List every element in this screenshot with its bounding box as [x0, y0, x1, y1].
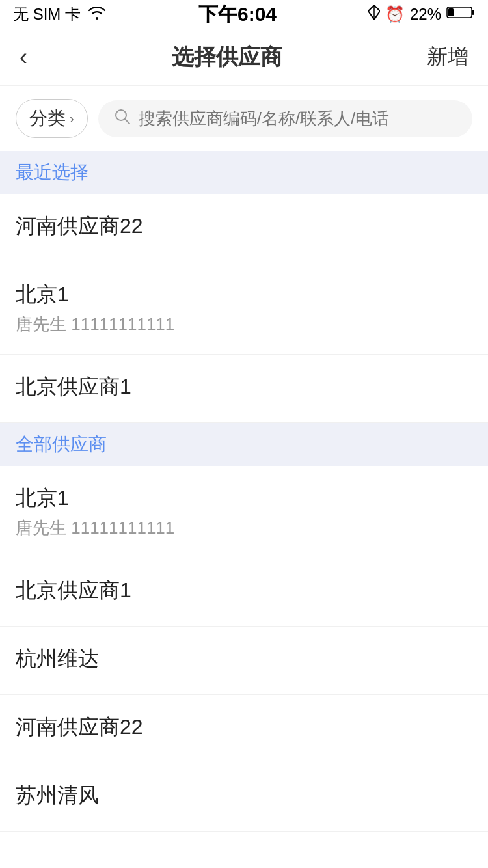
svg-line-5 [125, 119, 129, 124]
list-item[interactable]: 北京1唐先生 11111111111 [0, 466, 488, 558]
wifi-icon [87, 5, 107, 23]
supplier-contact: 唐先生 11111111111 [16, 313, 472, 336]
supplier-name: 北京供应商1 [16, 373, 472, 401]
supplier-name: 杭州维达 [16, 645, 472, 673]
section-header-recent: 最近选择 [0, 151, 488, 194]
nav-bar: ‹ 选择供应商 新增 [0, 29, 488, 86]
supplier-name: 北京1 [16, 280, 472, 309]
battery-icon [446, 5, 475, 23]
add-button[interactable]: 新增 [427, 43, 468, 72]
svg-rect-3 [448, 8, 454, 16]
category-label: 分类 [29, 106, 66, 131]
status-bar: 无 SIM 卡 下午6:04 ⏰ 22% [0, 0, 488, 29]
sim-status: 无 SIM 卡 [13, 4, 81, 25]
supplier-name: 河南供应商22 [16, 212, 472, 241]
location-icon [368, 5, 380, 23]
list-item[interactable]: 北京1唐先生 11111111111 [0, 262, 488, 355]
status-time: 下午6:04 [198, 1, 277, 28]
list-item[interactable]: 北京供应商1 [0, 558, 488, 627]
list-item[interactable]: 河南供应商22 [0, 194, 488, 262]
supplier-name: 河南供应商22 [16, 713, 472, 742]
section-header-all: 全部供应商 [0, 423, 488, 466]
list-item[interactable]: 苏州清风 [0, 763, 488, 832]
list-item[interactable]: 河南供应商22 [0, 695, 488, 763]
search-input[interactable] [139, 109, 457, 129]
search-box[interactable] [98, 100, 472, 137]
list-item[interactable]: 杭州维达 [0, 627, 488, 695]
svg-rect-2 [472, 10, 474, 15]
supplier-list: 最近选择河南供应商22北京1唐先生 11111111111北京供应商1全部供应商… [0, 151, 488, 832]
supplier-name: 北京供应商1 [16, 576, 472, 605]
filter-bar: 分类 › [0, 86, 488, 151]
chevron-right-icon: › [70, 111, 74, 126]
supplier-name: 北京1 [16, 484, 472, 513]
battery-text: 22% [410, 5, 441, 23]
alarm-icon: ⏰ [385, 5, 405, 23]
search-icon [114, 108, 131, 129]
supplier-name: 苏州清风 [16, 781, 472, 810]
status-right: ⏰ 22% [368, 5, 475, 23]
status-left: 无 SIM 卡 [13, 4, 107, 25]
supplier-contact: 唐先生 11111111111 [16, 517, 472, 539]
category-filter-button[interactable]: 分类 › [16, 99, 88, 138]
list-item[interactable]: 北京供应商1 [0, 355, 488, 423]
page-title: 选择供应商 [172, 42, 282, 72]
back-button[interactable]: ‹ [20, 44, 27, 71]
